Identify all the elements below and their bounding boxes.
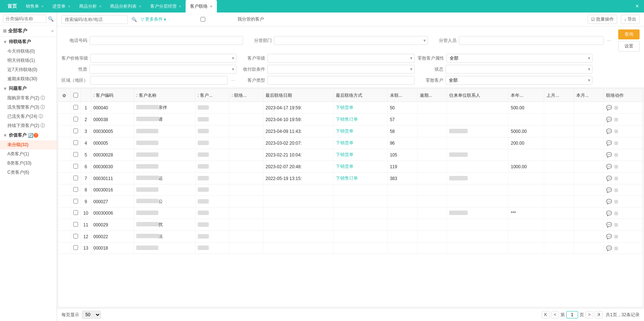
search-input[interactable] [61,15,128,24]
contact-method-link[interactable]: 下销货单 [336,128,353,134]
row-checkbox[interactable] [73,117,78,121]
scattered-select[interactable]: 全部 [446,76,592,85]
close-icon[interactable]: × [179,4,181,8]
contact-method-link[interactable]: 下销货单 [336,152,353,157]
grid-action-icon[interactable]: ⊞ [614,199,618,204]
close-icon[interactable]: × [99,4,101,8]
manager-input[interactable] [459,36,603,45]
manager-dots-icon[interactable]: ··· [606,38,612,43]
row-checkbox[interactable] [73,234,78,239]
col-customer-name[interactable]: : 客户名称 [134,89,195,102]
col-not-contacted[interactable]: 未联... [387,89,417,102]
message-icon[interactable]: 💬 [606,176,612,181]
row-checkbox[interactable] [73,128,78,133]
sidebar-item-hoarding[interactable]: 囤购异常客户(2) ⓘ [0,94,57,103]
select-all-checkbox[interactable] [73,93,78,98]
refresh-icon[interactable]: 🔄 [28,133,34,138]
grid-action-icon[interactable]: ⊞ [614,152,618,158]
sidebar-item-7days[interactable]: 近7天待联络(0) [0,65,57,74]
row-checkbox[interactable] [73,105,78,110]
col-this-year[interactable]: 本年... [508,89,544,102]
sidebar-section-problem[interactable]: ▼ 问题客户 [0,84,57,94]
contact-method-link[interactable]: 下销售订单 [336,176,358,181]
status-select[interactable] [446,65,592,74]
scattered-attr-select[interactable]: 全部 [446,54,592,63]
export-button[interactable]: ↓ 导出 [621,15,640,24]
row-checkbox[interactable] [73,222,78,227]
customer-level-select[interactable] [267,54,414,63]
payment-select[interactable] [267,65,414,74]
message-icon[interactable]: 💬 [606,164,612,169]
dept-select[interactable] [274,36,427,45]
close-icon[interactable]: × [210,4,212,8]
row-checkbox[interactable] [73,210,78,215]
page-next-button[interactable]: > [585,311,593,318]
nav-tab-sales[interactable]: 销售单 × [21,0,48,13]
contact-method-link[interactable]: 下销货单 [336,164,353,169]
customer-type-input[interactable] [267,76,414,85]
grid-action-icon[interactable]: ⊞ [614,246,618,251]
reset-button[interactable]: 设置 [618,41,640,52]
contact-method-link[interactable]: 下销售订单 [336,117,358,122]
page-last-button[interactable]: K [595,311,603,318]
sidebar-item-unclassified[interactable]: 未分组(32) [0,140,57,149]
search-filter-icon[interactable]: 🔍 [131,17,137,22]
col-overdue[interactable]: 逾期... [417,89,447,102]
page-size-select[interactable]: 50 100 [82,311,101,319]
nature-select[interactable] [89,65,236,74]
nav-tab-purchase[interactable]: 进货单 × [48,0,74,13]
row-checkbox[interactable] [73,140,78,145]
sidebar-section-pending[interactable]: ▼ 待联络客户 [0,37,57,47]
grid-action-icon[interactable]: ⊞ [614,176,618,181]
nav-tab-customer-contact[interactable]: 客户联络 × [186,0,217,13]
row-checkbox[interactable] [73,199,78,204]
col-customer-type[interactable]: : 客户... [195,89,229,102]
nav-tab-product-list[interactable]: 商品分析列表 × [106,0,145,13]
search-button[interactable]: 查询 [618,29,640,39]
message-icon[interactable]: 💬 [606,128,612,134]
nav-tab-home[interactable]: 首页 [3,0,21,13]
price-level-select[interactable] [90,54,236,63]
more-conditions-button[interactable]: ▽ 更多条件 ▾ [141,16,166,22]
page-number-input[interactable] [566,311,578,318]
message-icon[interactable]: 💬 [606,246,612,251]
sidebar-item-overdue[interactable]: 逾期未联络(30) [0,74,57,84]
grid-action-icon[interactable]: ⊞ [614,164,618,169]
nav-tab-customer-seg[interactable]: 客户分层经营 × [146,0,186,13]
col-customer-code[interactable]: : 客户编码 [91,89,134,102]
sidebar-item-tomorrow[interactable]: 明天待联络(1) [0,56,57,65]
all-customers-header[interactable]: ⊞ 全部客户 « [0,25,57,37]
col-gear[interactable]: ⚙ [59,89,70,102]
region-input[interactable] [90,76,228,85]
col-last-contact-method[interactable]: 最后联络方式 [334,89,387,102]
close-icon[interactable]: × [139,4,141,8]
grid-action-icon[interactable]: ⊞ [614,117,618,122]
nav-tab-product-analysis[interactable]: 商品分析 × [75,0,106,13]
grid-action-icon[interactable]: ⊞ [614,140,618,146]
grid-action-icon[interactable]: ⊞ [614,187,618,193]
row-checkbox[interactable] [73,164,78,169]
search-icon[interactable]: 🔍 [48,16,54,22]
sidebar-item-class-a[interactable]: A类客户(1) [0,149,57,159]
page-prev-button[interactable]: < [551,311,559,318]
grid-action-icon[interactable]: ⊞ [614,211,618,216]
sidebar-section-value[interactable]: ▼ 价值客户 🔄 ! [0,130,57,140]
grid-action-icon[interactable]: ⊞ [614,128,618,134]
sidebar-item-today[interactable]: 今天待联络(0) [0,47,57,56]
close-icon[interactable]: × [41,4,43,8]
contact-method-link[interactable]: 下销货单 [336,140,353,145]
grid-action-icon[interactable]: ⊞ [614,105,618,110]
sidebar-item-churned[interactable]: 已流失客户(24) ⓘ [0,112,57,121]
close-icon[interactable]: × [68,4,70,8]
message-icon[interactable]: 💬 [606,211,612,216]
close-all-button[interactable]: × [633,3,641,10]
message-icon[interactable]: 💬 [606,234,612,239]
col-company-contact[interactable]: 往来单位联系人 [447,89,508,102]
grid-action-icon[interactable]: ⊞ [614,234,618,239]
message-icon[interactable]: 💬 [606,117,612,122]
message-icon[interactable]: 💬 [606,199,612,204]
my-customers-filter[interactable]: 我分管的客户 [170,16,264,22]
message-icon[interactable]: 💬 [606,140,612,146]
my-customers-checkbox[interactable] [170,17,236,22]
contact-method-link[interactable]: 下销货单 [336,105,353,110]
